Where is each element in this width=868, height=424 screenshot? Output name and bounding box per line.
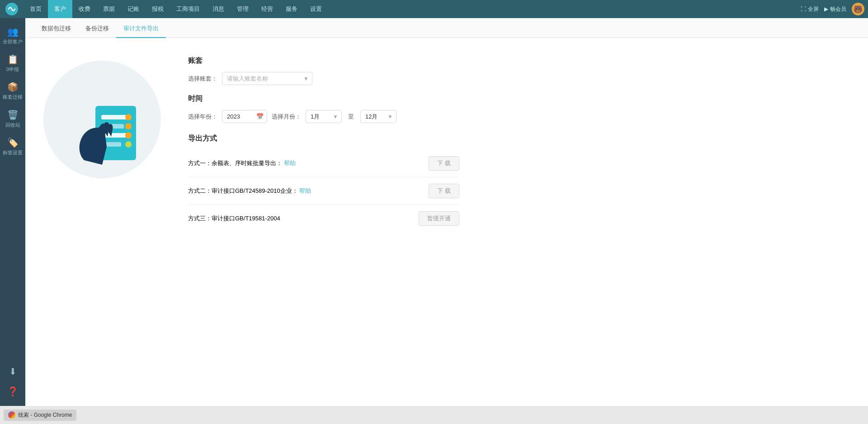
sidebar-label-tag: 标签设置 bbox=[3, 150, 23, 156]
taskbar-chrome-item[interactable]: 线索 - Google Chrome bbox=[4, 410, 76, 421]
sub-tabs: 数据包迁移 备份迁移 审计文件导出 bbox=[25, 18, 868, 38]
avatar[interactable]: 🐻 bbox=[852, 3, 864, 15]
export-method-3-coming-soon-button: 暂缓开通 bbox=[419, 211, 459, 226]
sidebar-download-button[interactable]: ⬇ bbox=[0, 362, 25, 381]
tab-data-package[interactable]: 数据包迁移 bbox=[34, 20, 78, 38]
illustration-circle bbox=[43, 61, 161, 178]
year-label: 选择年份： bbox=[188, 113, 217, 121]
nav-service[interactable]: 服务 bbox=[279, 0, 304, 18]
audit-illustration bbox=[57, 74, 147, 165]
content-area: 数据包迁移 备份迁移 审计文件导出 bbox=[25, 18, 868, 406]
svg-point-6 bbox=[125, 114, 132, 120]
month-end-select[interactable]: 1月2月3月 4月5月6月 7月8月9月 10月11月12月 bbox=[360, 110, 396, 123]
account-select[interactable]: 请输入账套名称 bbox=[222, 72, 312, 85]
nav-customer[interactable]: 客户 bbox=[48, 0, 72, 18]
play-icon: ▶ bbox=[824, 6, 828, 12]
sidebar-label-zero-declaration: 0申报 bbox=[6, 67, 19, 72]
account-select-row: 选择账套： 请输入账套名称 ▼ bbox=[188, 72, 459, 85]
export-method-1-text: 方式一：余额表、序时账批量导出： bbox=[188, 160, 282, 167]
nav-settings[interactable]: 设置 bbox=[304, 0, 328, 18]
nav-bookkeeping[interactable]: 记账 bbox=[121, 0, 146, 18]
sidebar-item-zero-declaration[interactable]: 📋 0申报 bbox=[0, 49, 25, 77]
sidebar-item-account-migration[interactable]: 📦 账套迁移 bbox=[0, 77, 25, 105]
export-method-1: 方式一：余额表、序时账批量导出： 帮助 下 载 bbox=[188, 150, 459, 177]
export-section: 导出方式 方式一：余额表、序时账批量导出： 帮助 下 载 方式二：审计接口GB/… bbox=[188, 134, 459, 232]
fullscreen-button[interactable]: ⛶ 全屏 bbox=[801, 5, 819, 13]
nav-business[interactable]: 工商项目 bbox=[170, 0, 206, 18]
chrome-icon bbox=[8, 411, 15, 419]
time-row: 选择年份： 📅 选择月份： 1月2月3月 4月5月6月 7月8月9月 10月11 bbox=[188, 110, 459, 123]
nav-manage[interactable]: 管理 bbox=[231, 0, 255, 18]
export-method-2-download-button[interactable]: 下 载 bbox=[429, 184, 459, 198]
sidebar-item-recycle[interactable]: 🗑️ 回收站 bbox=[0, 105, 25, 133]
sidebar-help-button[interactable]: ❓ bbox=[0, 382, 25, 400]
month-end-select-wrapper: 1月2月3月 4月5月6月 7月8月9月 10月11月12月 ▼ bbox=[360, 110, 396, 123]
migration-icon: 📦 bbox=[7, 81, 19, 92]
svg-point-9 bbox=[125, 141, 132, 148]
sidebar-label-migration: 账套迁移 bbox=[3, 94, 23, 100]
export-method-3: 方式三：审计接口GB/T19581-2004 暂缓开通 bbox=[188, 205, 459, 232]
export-method-1-help[interactable]: 帮助 bbox=[284, 160, 296, 167]
svg-point-8 bbox=[125, 132, 132, 138]
account-select-label: 选择账套： bbox=[188, 75, 217, 83]
tag-icon: 🏷️ bbox=[7, 137, 19, 148]
svg-point-7 bbox=[125, 123, 132, 129]
tab-audit-export[interactable]: 审计文件导出 bbox=[116, 20, 166, 38]
logo bbox=[4, 1, 20, 17]
main-layout: 👥 全部客户 📋 0申报 📦 账套迁移 🗑️ 回收站 🏷️ 标签设置 ⬇ ❓ 数… bbox=[0, 18, 868, 406]
to-label: 至 bbox=[348, 113, 354, 121]
illustration-area bbox=[43, 61, 161, 178]
export-method-3-text: 方式三：审计接口GB/T19581-2004 bbox=[188, 215, 280, 222]
time-section: 时间 选择年份： 📅 选择月份： 1月2月3月 4月5月6月 7月 bbox=[188, 94, 459, 123]
tab-backup[interactable]: 备份迁移 bbox=[78, 20, 116, 38]
sidebar-label-recycle: 回收站 bbox=[5, 122, 20, 128]
month-start-select[interactable]: 1月2月3月 4月5月6月 7月8月9月 10月11月12月 bbox=[306, 110, 342, 123]
export-method-3-label: 方式三：审计接口GB/T19581-2004 bbox=[188, 214, 280, 223]
customers-icon: 👥 bbox=[7, 26, 19, 37]
top-navigation: 首页 客户 收费 票据 记账 报税 工商项目 消息 管理 经营 服务 设置 ⛶ … bbox=[0, 0, 868, 18]
year-input[interactable] bbox=[222, 110, 267, 123]
export-method-2: 方式二：审计接口GB/T24589-2010企业： 帮助 下 载 bbox=[188, 177, 459, 205]
time-section-title: 时间 bbox=[188, 94, 459, 104]
month-start-label: 选择月份： bbox=[272, 113, 301, 121]
sidebar-label-all-customers: 全部客户 bbox=[3, 39, 23, 45]
sidebar-item-tag[interactable]: 🏷️ 标签设置 bbox=[0, 133, 25, 160]
nav-fees[interactable]: 收费 bbox=[72, 0, 97, 18]
nav-invoice[interactable]: 票据 bbox=[97, 0, 121, 18]
main-content-body: 账套 选择账套： 请输入账套名称 ▼ 时间 选择年份： bbox=[25, 38, 868, 406]
sidebar: 👥 全部客户 📋 0申报 📦 账套迁移 🗑️ 回收站 🏷️ 标签设置 ⬇ ❓ bbox=[0, 18, 25, 406]
recycle-icon: 🗑️ bbox=[7, 110, 19, 120]
account-section-title: 账套 bbox=[188, 56, 459, 66]
declaration-icon: 📋 bbox=[7, 54, 19, 65]
sidebar-bottom: ⬇ ❓ bbox=[0, 362, 25, 406]
fullscreen-label: 全屏 bbox=[808, 5, 819, 13]
export-method-1-download-button[interactable]: 下 载 bbox=[429, 156, 459, 171]
nav-tax[interactable]: 报税 bbox=[146, 0, 170, 18]
taskbar: 线索 - Google Chrome bbox=[0, 406, 868, 424]
nav-items: 首页 客户 收费 票据 记账 报税 工商项目 消息 管理 经营 服务 设置 bbox=[24, 0, 801, 18]
export-method-2-text: 方式二：审计接口GB/T24589-2010企业： bbox=[188, 187, 298, 194]
export-method-1-label: 方式一：余额表、序时账批量导出： 帮助 bbox=[188, 159, 296, 167]
account-select-wrapper: 请输入账套名称 ▼ bbox=[222, 72, 312, 85]
membership-button[interactable]: ▶ 畅会员 bbox=[824, 5, 846, 13]
taskbar-chrome-label: 线索 - Google Chrome bbox=[18, 411, 72, 419]
top-nav-right: ⛶ 全屏 ▶ 畅会员 🐻 bbox=[801, 3, 864, 15]
form-area: 账套 选择账套： 请输入账套名称 ▼ 时间 选择年份： bbox=[188, 52, 459, 232]
fullscreen-icon: ⛶ bbox=[801, 6, 806, 12]
export-method-2-help[interactable]: 帮助 bbox=[299, 187, 311, 194]
nav-message[interactable]: 消息 bbox=[206, 0, 231, 18]
nav-operation[interactable]: 经营 bbox=[255, 0, 279, 18]
sidebar-item-all-customers[interactable]: 👥 全部客户 bbox=[0, 22, 25, 49]
membership-label: 畅会员 bbox=[830, 5, 846, 13]
export-section-title: 导出方式 bbox=[188, 134, 459, 143]
month-start-select-wrapper: 1月2月3月 4月5月6月 7月8月9月 10月11月12月 ▼ bbox=[306, 110, 342, 123]
nav-home[interactable]: 首页 bbox=[24, 0, 48, 18]
export-method-2-label: 方式二：审计接口GB/T24589-2010企业： 帮助 bbox=[188, 187, 311, 195]
year-input-wrapper: 📅 bbox=[222, 110, 267, 123]
